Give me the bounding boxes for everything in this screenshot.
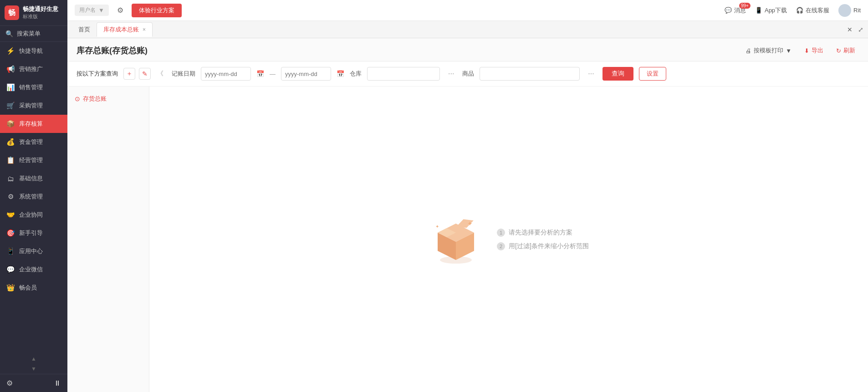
basic-info-icon: 🗂 xyxy=(6,175,15,183)
trial-button[interactable]: 体验行业方案 xyxy=(132,4,182,17)
wechat-icon: 💬 xyxy=(6,265,15,274)
message-icon: 💬 xyxy=(725,7,732,14)
cooperation-icon: 🤝 xyxy=(6,211,15,219)
warehouse-label: 仓库 xyxy=(350,70,362,78)
sidebar-item-wechat[interactable]: 💬 企业微信 xyxy=(0,260,67,279)
empty-state: ✦ ✦ 1 请先选择要分析的方案 2 用[过滤]条件来缩小分析范围 xyxy=(149,87,868,392)
operation-icon: 📋 xyxy=(6,156,15,164)
export-button[interactable]: ⬇ 导出 xyxy=(801,45,827,56)
print-icon: 🖨 xyxy=(745,47,751,54)
user-profile[interactable]: Rit xyxy=(838,4,861,17)
print-button[interactable]: 🖨 按模板打印 ▼ xyxy=(742,45,795,56)
sidebar-nav: ⚡ 快捷导航 📢 营销推广 📊 销售管理 🛒 采购管理 📦 库存核算 💰 资金管… xyxy=(0,42,67,354)
edit-filter-button[interactable]: ✎ xyxy=(139,68,151,80)
sidebar: 畅 畅捷通好生意 标准版 🔍 搜索菜单 ⚡ 快捷导航 📢 营销推广 📊 销售管理… xyxy=(0,0,67,392)
query-button[interactable]: 查询 xyxy=(602,67,633,81)
product-input[interactable] xyxy=(480,67,580,81)
sidebar-item-finance[interactable]: 💰 资金管理 xyxy=(0,133,67,151)
sidebar-item-basic-info[interactable]: 🗂 基础信息 xyxy=(0,169,67,188)
filter-label: 按以下方案查询 xyxy=(77,70,118,78)
tab-bar-close-btn[interactable]: ✕ ⤢ xyxy=(847,26,863,33)
logo-text: 畅捷通好生意 标准版 xyxy=(23,5,58,20)
user-area[interactable]: 用户名 ▼ xyxy=(75,5,109,16)
filter-bar: 按以下方案查询 ＋ ✎ 《 记账日期 📅 — 📅 仓库 xyxy=(67,61,868,87)
svg-text:✦: ✦ xyxy=(467,220,473,227)
empty-state-content: ✦ ✦ 1 请先选择要分析的方案 2 用[过滤]条件来缩小分析范围 xyxy=(429,212,589,267)
search-icon: 🔍 xyxy=(5,30,13,37)
date-field-label: 记账日期 xyxy=(172,70,195,78)
guide-icon: 🎯 xyxy=(6,229,15,237)
collapse-filter-button[interactable]: 《 xyxy=(154,68,166,80)
calendar-from-icon[interactable]: 📅 xyxy=(256,70,264,77)
sidebar-item-member[interactable]: 👑 畅会员 xyxy=(0,279,67,297)
sidebar-item-app-center[interactable]: 📱 应用中心 xyxy=(0,242,67,260)
refresh-button[interactable]: ↻ 刷新 xyxy=(832,45,859,56)
message-item[interactable]: 💬 消息 99+ xyxy=(725,6,746,15)
inventory-icon: 📦 xyxy=(6,120,15,128)
sidebar-item-system[interactable]: ⚙ 系统管理 xyxy=(0,188,67,206)
page-title: 库存总账(存货总账) xyxy=(77,45,148,56)
home-tab[interactable]: 首页 xyxy=(72,22,97,37)
app-download-item[interactable]: 📱 App下载 xyxy=(755,6,787,15)
page-actions: 🖨 按模板打印 ▼ ⬇ 导出 ↻ 刷新 xyxy=(742,45,859,56)
empty-tip-2: 2 用[过滤]条件来缩小分析范围 xyxy=(497,242,589,250)
inventory-tab[interactable]: 库存成本总账 × xyxy=(97,22,153,37)
sidebar-search[interactable]: 🔍 搜索菜单 xyxy=(0,26,67,42)
system-icon: ⚙ xyxy=(6,193,15,201)
settings-button[interactable]: 设置 xyxy=(639,67,666,81)
calendar-to-icon[interactable]: 📅 xyxy=(337,70,344,77)
product-more-icon[interactable]: ··· xyxy=(585,70,597,78)
svg-text:✦: ✦ xyxy=(435,224,439,229)
warehouse-more-icon[interactable]: ··· xyxy=(445,70,457,78)
sidebar-footer: ⚙ ⏸ xyxy=(0,374,67,392)
edit-icon: ✎ xyxy=(142,70,148,77)
finance-icon: 💰 xyxy=(6,138,15,146)
tab-close-icon[interactable]: × xyxy=(143,26,146,33)
marketing-icon: 📢 xyxy=(6,65,15,73)
top-header: 用户名 ▼ ⚙ 体验行业方案 💬 消息 99+ 📱 App下载 🎧 在线客服 xyxy=(67,0,868,21)
sidebar-item-marketing[interactable]: 📢 营销推广 xyxy=(0,60,67,78)
empty-tip-1: 1 请先选择要分析的方案 xyxy=(497,229,589,237)
online-service-item[interactable]: 🎧 在线客服 xyxy=(796,6,829,15)
sidebar-scroll-up: ▲ xyxy=(0,354,67,364)
filter-actions: ＋ ✎ 《 xyxy=(123,68,166,80)
dropdown-arrow-icon: ▼ xyxy=(98,7,104,14)
member-icon: 👑 xyxy=(6,284,15,292)
tip-num-1: 1 xyxy=(497,229,505,237)
settings-gear-icon[interactable]: ⚙ xyxy=(6,379,13,387)
avatar xyxy=(838,4,851,17)
date-to-input[interactable] xyxy=(281,67,331,81)
quick-nav-icon: ⚡ xyxy=(6,47,15,55)
sidebar-item-cooperation[interactable]: 🤝 企业协同 xyxy=(0,206,67,224)
message-badge: 99+ xyxy=(739,3,751,9)
sidebar-item-operation[interactable]: 📋 经营管理 xyxy=(0,151,67,169)
date-from-input[interactable] xyxy=(201,67,251,81)
print-dropdown-icon: ▼ xyxy=(786,47,791,54)
export-icon: ⬇ xyxy=(804,47,809,54)
tab-bar: 首页 库存成本总账 × ✕ ⤢ xyxy=(67,21,868,38)
sales-icon: 📊 xyxy=(6,83,15,92)
empty-illustration: ✦ ✦ xyxy=(429,212,483,267)
app-center-icon: 📱 xyxy=(6,247,15,255)
empty-state-text: 1 请先选择要分析的方案 2 用[过滤]条件来缩小分析范围 xyxy=(497,229,589,250)
sidebar-item-purchase[interactable]: 🛒 采购管理 xyxy=(0,97,67,115)
sidebar-logo[interactable]: 畅 畅捷通好生意 标准版 xyxy=(0,0,67,26)
logo-icon: 畅 xyxy=(5,5,19,20)
warehouse-input[interactable] xyxy=(367,67,440,81)
expand-icon: ⤢ xyxy=(858,26,863,33)
sidebar-item-guide[interactable]: 🎯 新手引导 xyxy=(0,224,67,242)
purchase-icon: 🛒 xyxy=(6,102,15,110)
date-separator: — xyxy=(270,71,276,77)
username: Rit xyxy=(853,7,861,14)
collapse-icon[interactable]: ⏸ xyxy=(54,379,61,387)
close-icon: ✕ xyxy=(847,26,853,33)
tip-num-2: 2 xyxy=(497,242,505,250)
scheme-item-inventory-ledger[interactable]: ⊙ 存货总账 xyxy=(67,91,149,107)
sidebar-item-inventory[interactable]: 📦 库存核算 xyxy=(0,115,67,133)
add-filter-button[interactable]: ＋ xyxy=(123,68,135,80)
sidebar-item-sales[interactable]: 📊 销售管理 xyxy=(0,78,67,97)
scheme-icon: ⊙ xyxy=(75,95,80,102)
header-settings-button[interactable]: ⚙ xyxy=(113,4,127,17)
sidebar-item-quick-nav[interactable]: ⚡ 快捷导航 xyxy=(0,42,67,60)
header-left: 用户名 ▼ ⚙ 体验行业方案 xyxy=(75,4,182,17)
